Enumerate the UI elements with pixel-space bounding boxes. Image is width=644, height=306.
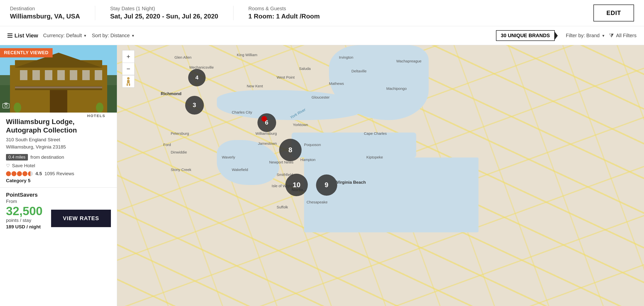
- list-view-button[interactable]: List View: [8, 33, 38, 39]
- hampton-roads-water: [292, 132, 416, 158]
- edit-button[interactable]: EDIT: [594, 5, 634, 22]
- hotel-address-line1: 310 South England Street: [6, 137, 60, 142]
- photo-icon: [2, 103, 10, 110]
- currency-label: Currency: Default: [43, 33, 82, 38]
- map-selected-location-dot: [262, 116, 267, 121]
- stay-dates-field: Stay Dates (1 Night) Sat, Jul 25, 2020 -…: [110, 6, 234, 20]
- svg-rect-23: [127, 80, 130, 83]
- destination-value: Williamsburg, VA, USA: [10, 13, 80, 20]
- svg-point-18: [96, 103, 104, 113]
- brand-line3: HOTELS: [87, 114, 106, 118]
- filter-brand-label: Filter by: Brand: [566, 33, 600, 38]
- hotel-address-line2: Williamsburg, Virginia 23185: [6, 144, 66, 149]
- toolbar-right: 30 UNIQUE BRANDS Filter by: Brand ▼ ⧩ Al…: [496, 30, 636, 41]
- currency-chevron-icon: ▼: [84, 34, 87, 38]
- svg-point-17: [14, 103, 21, 113]
- save-hotel-label: Save Hotel: [12, 163, 35, 169]
- unique-brands-badge[interactable]: 30 UNIQUE BRANDS: [496, 30, 555, 41]
- map-cluster-marker[interactable]: 9: [316, 175, 337, 196]
- map-cluster-marker[interactable]: 10: [285, 174, 308, 196]
- header-bar: Destination Williamsburg, VA, USA Stay D…: [0, 0, 644, 26]
- svg-rect-14: [15, 86, 102, 88]
- heart-icon: ♡: [6, 163, 10, 169]
- svg-rect-11: [82, 70, 90, 80]
- point-savers-label: PointSavers: [6, 192, 111, 198]
- toolbar: List View Currency: Default ▼ Sort by: D…: [0, 26, 644, 45]
- filter-funnel-icon: ⧩: [609, 33, 614, 39]
- hotel-address: 310 South England Street Williamsburg, V…: [6, 136, 111, 150]
- from-label: From: [6, 199, 111, 204]
- list-view-icon: [8, 34, 12, 38]
- star-4: [22, 171, 28, 176]
- hotel-image: RECENTLY VIEWED: [0, 45, 117, 113]
- svg-point-22: [127, 77, 130, 80]
- brands-badge-label: 30 UNIQUE BRANDS: [501, 33, 550, 38]
- svg-rect-12: [95, 70, 102, 80]
- view-rates-button[interactable]: VIEW RATES: [51, 210, 111, 227]
- all-filters-button[interactable]: ⧩ All Filters: [609, 33, 636, 39]
- distance-badge: 0.4 miles: [6, 154, 28, 161]
- svg-rect-6: [20, 70, 28, 80]
- rooms-guests-label: Rooms & Guests: [248, 6, 320, 12]
- rooms-guests-value: 1 Room: 1 Adult /Room: [248, 13, 320, 20]
- main-content: RECENTLY VIEWED AUTOGRAPH COLLECTION HOT…: [0, 45, 644, 306]
- stay-dates-label: Stay Dates (1 Night): [110, 6, 218, 12]
- svg-rect-15: [50, 90, 67, 113]
- left-panel: RECENTLY VIEWED AUTOGRAPH COLLECTION HOT…: [0, 45, 117, 306]
- distance-text: from destination: [30, 155, 64, 160]
- currency-dropdown[interactable]: Currency: Default ▼: [43, 33, 87, 38]
- stay-dates-value: Sat, Jul 25, 2020 - Sun, Jul 26, 2020: [110, 13, 218, 20]
- map-cluster-marker[interactable]: 4: [188, 69, 206, 86]
- star-3: [17, 171, 22, 176]
- svg-point-20: [5, 105, 7, 107]
- filter-brand-button[interactable]: Filter by: Brand ▼: [566, 33, 605, 38]
- star-5-half: [28, 171, 33, 176]
- filter-brand-chevron-icon: ▼: [602, 34, 605, 38]
- rating-row: 4.5 1095 Reviews: [6, 171, 111, 177]
- hotel-distance: 0.4 miles from destination: [6, 154, 111, 161]
- star-1: [6, 171, 11, 176]
- toolbar-left: List View Currency: Default ▼ Sort by: D…: [8, 33, 135, 39]
- all-filters-label: All Filters: [616, 33, 636, 38]
- zoom-in-button[interactable]: +: [122, 50, 134, 63]
- hotel-info: AUTOGRAPH COLLECTION HOTELS Williamsburg…: [0, 113, 117, 184]
- sort-label: Sort by: Distance: [92, 33, 130, 38]
- map-cluster-marker[interactable]: 8: [279, 139, 302, 161]
- map-cluster-marker[interactable]: 3: [185, 96, 204, 115]
- star-rating: [6, 171, 33, 176]
- divider: [0, 188, 117, 188]
- map-area: Glen AllenKing WilliamIrvingtonMechanics…: [117, 45, 644, 306]
- street-view-person-icon[interactable]: [122, 75, 134, 88]
- points-section: PointSavers From 32,500 points / stay 18…: [0, 192, 117, 235]
- map-controls: + −: [122, 50, 134, 75]
- zoom-out-button[interactable]: −: [122, 63, 134, 75]
- svg-rect-24: [126, 83, 128, 86]
- svg-rect-10: [70, 70, 77, 80]
- rooms-guests-field: Rooms & Guests 1 Room: 1 Adult /Room: [248, 6, 335, 20]
- star-2: [12, 171, 16, 176]
- sort-chevron-icon: ▼: [131, 34, 135, 38]
- svg-rect-7: [32, 70, 40, 80]
- recently-viewed-badge: RECENTLY VIEWED: [0, 48, 52, 57]
- hotel-category: Category 5: [6, 178, 111, 184]
- map-cluster-marker[interactable]: 6: [258, 113, 276, 132]
- svg-rect-8: [45, 70, 52, 80]
- save-hotel-button[interactable]: ♡ Save Hotel: [6, 163, 111, 169]
- hotel-name: Williamsburg Lodge, Autograph Collection: [6, 117, 111, 134]
- sort-dropdown[interactable]: Sort by: Distance ▼: [92, 33, 134, 38]
- reviews-count: 1095 Reviews: [44, 171, 74, 177]
- svg-rect-9: [57, 70, 65, 80]
- list-view-label: List View: [14, 33, 38, 39]
- rating-number: 4.5: [36, 171, 42, 177]
- destination-label: Destination: [10, 6, 80, 12]
- svg-rect-25: [129, 83, 130, 86]
- destination-field: Destination Williamsburg, VA, USA: [10, 6, 95, 20]
